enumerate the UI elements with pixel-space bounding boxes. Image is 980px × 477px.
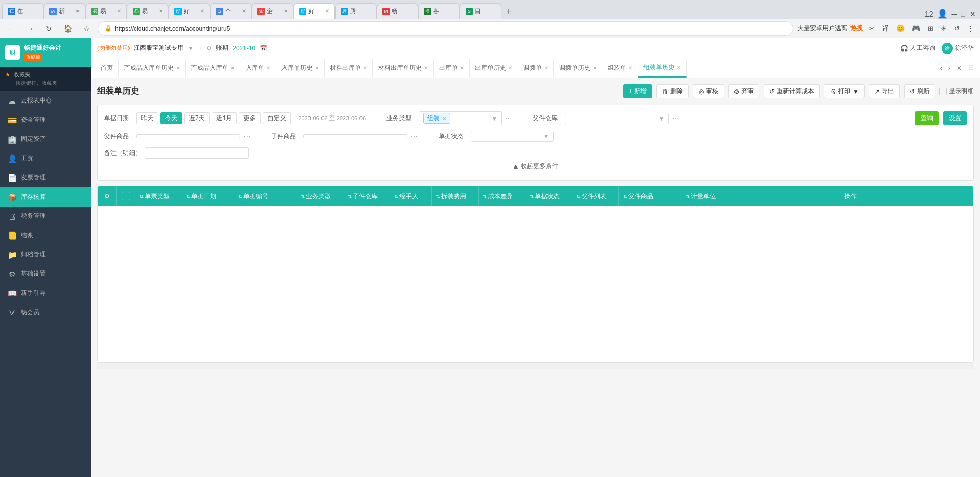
parent-goods-dots[interactable]: ··· xyxy=(243,132,250,141)
material-out-close[interactable]: ✕ xyxy=(363,65,367,71)
date-btn-custom[interactable]: 自定义 xyxy=(263,112,291,124)
star-button[interactable]: ☆ xyxy=(79,21,94,36)
menu-item-settlement[interactable]: 📒 结账 xyxy=(0,226,91,245)
close-icon[interactable]: ✕ xyxy=(970,10,976,18)
business-type-input[interactable]: 组装 ✕ ▼ xyxy=(419,111,502,125)
menu-item-archive[interactable]: 📁 归档管理 xyxy=(0,245,91,264)
date-btn-more[interactable]: 更多 xyxy=(239,112,261,124)
tab-prev-icon[interactable]: ‹ xyxy=(938,62,944,74)
tab-close-6[interactable]: ✕ xyxy=(283,8,288,14)
browser-tab-10[interactable]: 各 各 xyxy=(418,3,460,19)
tab-menu-icon[interactable]: ☰ xyxy=(966,62,976,74)
filter-settings-button[interactable]: 设置 xyxy=(943,111,967,125)
header-tab-out-history[interactable]: 出库单历史 ✕ xyxy=(470,59,518,78)
parent-warehouse-input[interactable]: ▼ xyxy=(565,113,669,124)
browser-tab-4[interactable]: 好 好 ✕ xyxy=(169,3,210,19)
header-checkbox[interactable] xyxy=(122,192,130,200)
menu-item-member[interactable]: V 畅会员 xyxy=(0,303,91,322)
product-in-history-close[interactable]: ✕ xyxy=(176,65,180,71)
menu-item-invoice[interactable]: 📄 发票管理 xyxy=(0,168,91,187)
date-btn-today[interactable]: 今天 xyxy=(160,112,182,124)
forward-button[interactable]: → xyxy=(23,21,37,36)
bill-status-select[interactable]: ▼ xyxy=(471,131,554,142)
business-type-tag-close[interactable]: ✕ xyxy=(442,115,447,122)
collapse-bar[interactable]: ▲ 收起更多条件 xyxy=(104,159,967,174)
header-tab-storage-in-history[interactable]: 入库单历史 ✕ xyxy=(276,59,325,78)
menu-item-guide[interactable]: 📖 新手引导 xyxy=(0,283,91,303)
th-check[interactable] xyxy=(117,186,135,206)
assemble-close[interactable]: ✕ xyxy=(628,65,633,71)
tab-close-2[interactable]: ✕ xyxy=(117,8,121,14)
out-history-close[interactable]: ✕ xyxy=(508,65,512,71)
menu-item-finance[interactable]: 💳 资金管理 xyxy=(0,110,91,130)
menu-dots-icon[interactable]: ⋮ xyxy=(965,22,976,34)
translate-icon[interactable]: 译 xyxy=(880,22,891,35)
th-bill-status[interactable]: ⇅ 单据状态 xyxy=(525,186,572,206)
display-detail-toggle[interactable]: 显示明细 xyxy=(939,87,974,96)
menu-item-inventory[interactable]: 📦 库存核算 xyxy=(0,187,91,207)
browser-tab-2[interactable]: 易 易 ✕ xyxy=(85,3,127,19)
theme-icon[interactable]: ☀ xyxy=(938,22,949,34)
menu-item-fixed-assets[interactable]: 🏢 固定资产 xyxy=(0,130,91,149)
url-bar[interactable]: 🔒 https://cloud.chanjet.com/accounting/u… xyxy=(98,21,793,36)
plus-icon[interactable]: + xyxy=(198,45,202,52)
th-cost-diff[interactable]: ⇅ 成本差异 xyxy=(479,186,525,206)
parent-goods-input[interactable] xyxy=(136,134,240,138)
tab-close-5[interactable]: ✕ xyxy=(242,8,246,14)
header-tab-product-in[interactable]: 产成品入库单 ✕ xyxy=(186,59,240,78)
header-tab-storage-in[interactable]: 入库单 ✕ xyxy=(240,59,276,78)
date-btn-yesterday[interactable]: 昨天 xyxy=(136,112,158,124)
recalc-button[interactable]: ↺ 重新计算成本 xyxy=(764,84,820,98)
service-btn[interactable]: 🎧 人工咨询 xyxy=(900,44,935,53)
browser-tab-6[interactable]: 企 企 ✕ xyxy=(252,3,293,19)
profile-icon[interactable]: 👤 xyxy=(937,9,948,19)
tab-close-4[interactable]: ✕ xyxy=(200,8,204,14)
grid-icon[interactable]: ⊞ xyxy=(925,22,935,34)
th-bill-type[interactable]: ⇅ 单票类型 xyxy=(135,186,182,206)
business-type-dots[interactable]: ··· xyxy=(505,114,512,123)
export-button[interactable]: ↗ 导出 xyxy=(869,84,900,98)
header-tab-assemble-history[interactable]: 组装单历史 ✕ xyxy=(638,59,687,78)
note-input[interactable] xyxy=(145,147,249,159)
menu-item-cloud-report[interactable]: ☁ 云报表中心 xyxy=(0,91,91,110)
transfer-history-close[interactable]: ✕ xyxy=(592,65,597,71)
assemble-history-close[interactable]: ✕ xyxy=(677,65,681,70)
browser-tab-5[interactable]: G 个 ✕ xyxy=(210,3,252,19)
refresh-nav-button[interactable]: ↻ xyxy=(42,21,56,36)
browser-tab-3[interactable]: 易 易 ✕ xyxy=(127,3,169,19)
th-unit[interactable]: ⇅ 计量单位 xyxy=(681,186,728,206)
th-settings[interactable]: ⚙ xyxy=(98,186,117,206)
browser-tab-1[interactable]: W 新 ✕ xyxy=(44,3,85,19)
date-btn-7days[interactable]: 近7天 xyxy=(184,112,210,124)
browser-tab-0[interactable]: 在 在 xyxy=(2,3,44,19)
query-button[interactable]: 查询 xyxy=(915,111,939,125)
maximize-icon[interactable]: □ xyxy=(961,10,965,18)
menu-item-settings[interactable]: ⚙ 基础设置 xyxy=(0,264,91,283)
tab-close-all-icon[interactable]: ✕ xyxy=(955,62,964,74)
header-tab-transfer[interactable]: 调拨单 ✕ xyxy=(518,59,554,78)
bookmark-section[interactable]: ★ 收藏夹 快捷键打开收藏夹 xyxy=(0,67,91,91)
history-icon[interactable]: ↺ xyxy=(952,22,962,34)
tab-close-7[interactable]: ✕ xyxy=(325,8,329,14)
header-tab-material-out[interactable]: 材料出库单 ✕ xyxy=(325,59,373,78)
delete-button[interactable]: 🗑 删除 xyxy=(656,84,689,98)
game-icon[interactable]: 🎮 xyxy=(910,22,922,34)
th-business-type[interactable]: ⇅ 业务类型 xyxy=(296,186,343,206)
header-tab-product-in-history[interactable]: 产成品入库单历史 ✕ xyxy=(119,59,186,78)
calendar-icon[interactable]: 📅 xyxy=(260,45,267,52)
print-button[interactable]: 🖨 打印 ▼ xyxy=(824,84,865,98)
header-tab-home[interactable]: 首页 xyxy=(95,59,119,78)
horizontal-scrollbar[interactable] xyxy=(97,363,974,369)
th-parent-goods[interactable]: ⇅ 父件商品 xyxy=(619,186,681,206)
scissors-icon[interactable]: ✂ xyxy=(867,22,877,34)
tab-close-3[interactable]: ✕ xyxy=(159,8,163,14)
minimize-icon[interactable]: ─ xyxy=(952,10,957,18)
gear-settings-icon[interactable]: ⚙ xyxy=(206,45,212,52)
product-in-close[interactable]: ✕ xyxy=(230,65,235,71)
tab-next-icon[interactable]: › xyxy=(946,62,952,74)
menu-item-tax[interactable]: 🖨 税务管理 xyxy=(0,207,91,226)
menu-item-salary[interactable]: 👤 工资 xyxy=(0,149,91,168)
storage-in-close[interactable]: ✕ xyxy=(266,65,270,71)
parent-warehouse-dots[interactable]: ··· xyxy=(672,114,679,123)
browser-tab-11[interactable]: S 目 xyxy=(460,3,501,19)
